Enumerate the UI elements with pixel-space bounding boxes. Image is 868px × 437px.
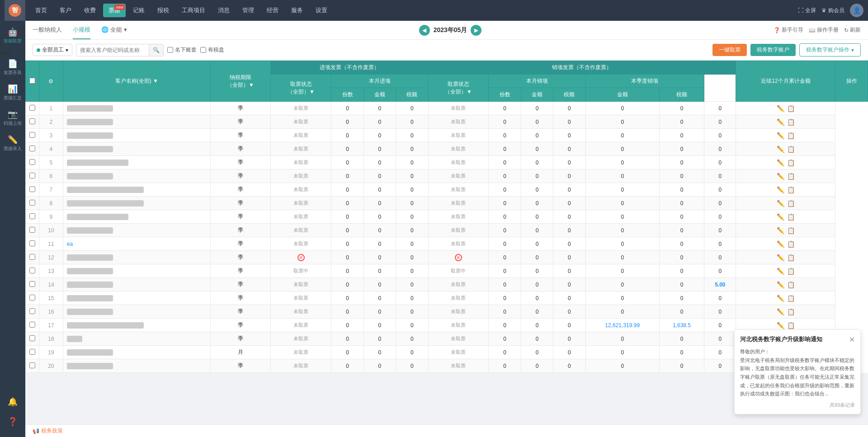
- nav-invoices[interactable]: 票据 new: [103, 4, 126, 17]
- next-month-btn[interactable]: ▶: [471, 25, 481, 36]
- copy-icon[interactable]: 📋: [787, 268, 795, 275]
- th-tax-period[interactable]: 纳税期限（全部）▼: [210, 61, 271, 102]
- edit-icon[interactable]: ✏️: [777, 173, 784, 180]
- th-setting[interactable]: ⚙: [39, 61, 63, 102]
- search-input[interactable]: [76, 47, 149, 53]
- row-checkbox[interactable]: [29, 362, 35, 368]
- nav-service[interactable]: 服务: [286, 4, 308, 17]
- nav-settings[interactable]: 设置: [310, 4, 333, 17]
- row-checkbox[interactable]: [29, 240, 35, 246]
- tab-general-taxpayer[interactable]: 一般纳税人: [33, 21, 62, 39]
- row-checkbox[interactable]: [29, 349, 35, 355]
- manual-btn[interactable]: 📖 操作手册: [809, 26, 839, 34]
- row-checkbox[interactable]: [29, 173, 35, 179]
- row-checkbox[interactable]: [29, 213, 35, 219]
- th-in-status[interactable]: 取票状态（全部）▼: [271, 75, 331, 102]
- nav-clients[interactable]: 客户: [54, 4, 77, 17]
- edit-icon[interactable]: ✏️: [777, 213, 784, 221]
- edit-icon[interactable]: ✏️: [777, 240, 784, 248]
- row-checkbox[interactable]: [29, 132, 35, 138]
- nav-fees[interactable]: 收费: [79, 4, 101, 17]
- sidebar-item-record-entry[interactable]: ✏️ 票据录入: [1, 132, 24, 155]
- sidebar-item-smart-ticket[interactable]: 🤖 智能取票: [1, 24, 24, 48]
- row-checkbox[interactable]: [29, 105, 35, 111]
- checkbox-tax-disk[interactable]: 有税盘: [200, 46, 224, 54]
- one-click-ticket-btn[interactable]: 一键取票: [712, 44, 747, 56]
- edit-icon[interactable]: ✏️: [777, 146, 784, 153]
- prev-month-btn[interactable]: ◀: [419, 25, 430, 36]
- copy-icon[interactable]: 📋: [787, 186, 795, 193]
- sidebar-item-scan-upload[interactable]: 📷 扫描上传: [1, 107, 24, 130]
- sidebar-bell-icon[interactable]: 🔔: [5, 394, 21, 410]
- row-checkbox[interactable]: [29, 159, 35, 165]
- copy-icon[interactable]: 📋: [787, 281, 795, 288]
- copy-icon[interactable]: 📋: [787, 213, 795, 221]
- tab-small-scale[interactable]: 小规模: [73, 21, 90, 39]
- edit-icon[interactable]: ✏️: [777, 281, 784, 288]
- search-button[interactable]: 🔍: [149, 44, 163, 56]
- row-checkbox[interactable]: [29, 118, 35, 124]
- fullscreen-btn[interactable]: ⛶ 全屏: [798, 7, 816, 14]
- nav-home[interactable]: 首页: [30, 4, 52, 17]
- user-avatar[interactable]: 👤: [850, 4, 863, 17]
- sidebar-item-invoice-issue[interactable]: 📄 发票开具: [1, 56, 24, 80]
- edit-icon[interactable]: ✏️: [777, 105, 784, 112]
- nav-messages[interactable]: 消息: [212, 4, 235, 17]
- copy-icon[interactable]: 📋: [787, 240, 795, 248]
- checkbox-account-set-input[interactable]: [167, 47, 173, 53]
- copy-icon[interactable]: 📋: [787, 322, 795, 329]
- edit-icon[interactable]: ✏️: [777, 159, 784, 166]
- copy-icon[interactable]: 📋: [787, 105, 795, 112]
- row-checkbox[interactable]: [29, 335, 35, 341]
- copy-icon[interactable]: 📋: [787, 200, 795, 207]
- copy-icon[interactable]: 📋: [787, 254, 795, 261]
- th-client-name[interactable]: 客户名称(全部) ▼: [63, 61, 210, 102]
- copy-icon[interactable]: 📋: [787, 308, 795, 315]
- row-checkbox[interactable]: [29, 200, 35, 206]
- edit-icon[interactable]: ✏️: [777, 268, 784, 275]
- row-checkbox[interactable]: [29, 227, 35, 233]
- row-checkbox[interactable]: [29, 322, 35, 328]
- copy-icon[interactable]: 📋: [787, 227, 795, 234]
- edit-icon[interactable]: ✏️: [777, 186, 784, 193]
- row-checkbox[interactable]: [29, 295, 35, 301]
- row-checkbox[interactable]: [29, 254, 35, 260]
- select-all-checkbox[interactable]: [29, 78, 35, 84]
- sidebar-item-invoice-summary[interactable]: 📊 票据汇总: [1, 81, 24, 105]
- copy-icon[interactable]: 📋: [787, 295, 795, 302]
- row-checkbox[interactable]: [29, 268, 35, 273]
- nav-accounting[interactable]: 记账: [127, 4, 150, 17]
- refresh-btn[interactable]: ↻ 刷新: [844, 26, 861, 34]
- digital-account-btn[interactable]: 税务数字账户: [750, 44, 796, 56]
- copy-icon[interactable]: 📋: [787, 146, 795, 153]
- digital-account-op-btn[interactable]: 税务数字账户操作 ▾: [799, 43, 861, 56]
- vip-btn[interactable]: ♛ 购会员: [821, 7, 844, 14]
- edit-icon[interactable]: ✏️: [777, 132, 784, 139]
- checkbox-account-set[interactable]: 名下账套: [167, 46, 197, 54]
- copy-icon[interactable]: 📋: [787, 132, 795, 139]
- row-checkbox[interactable]: [29, 281, 35, 287]
- edit-icon[interactable]: ✏️: [777, 322, 784, 329]
- edit-icon[interactable]: ✏️: [777, 308, 784, 315]
- row-checkbox[interactable]: [29, 308, 35, 314]
- sidebar-question-icon[interactable]: ❓: [5, 414, 21, 430]
- copy-icon[interactable]: 📋: [787, 173, 795, 180]
- edit-icon[interactable]: ✏️: [777, 295, 784, 302]
- copy-icon[interactable]: 📋: [787, 159, 795, 166]
- nav-operations[interactable]: 经营: [261, 4, 284, 17]
- edit-icon[interactable]: ✏️: [777, 200, 784, 207]
- copy-icon[interactable]: 📋: [787, 118, 795, 126]
- edit-icon[interactable]: ✏️: [777, 227, 784, 234]
- row-checkbox[interactable]: [29, 146, 35, 151]
- new-guide-btn[interactable]: ❓ 新手引导: [774, 26, 803, 34]
- edit-icon[interactable]: ✏️: [777, 118, 784, 126]
- client-name[interactable]: ea: [67, 241, 73, 247]
- tab-all[interactable]: 🌐 全能 ▾: [101, 21, 127, 39]
- popup-close-btn[interactable]: ✕: [849, 335, 855, 344]
- checkbox-tax-disk-input[interactable]: [200, 47, 206, 53]
- nav-manage[interactable]: 管理: [237, 4, 259, 17]
- nav-business[interactable]: 工商项目: [176, 4, 211, 17]
- edit-icon[interactable]: ✏️: [777, 254, 784, 261]
- nav-tax[interactable]: 报税: [152, 4, 175, 17]
- th-out-status[interactable]: 取票状态（全部）▼: [428, 75, 489, 102]
